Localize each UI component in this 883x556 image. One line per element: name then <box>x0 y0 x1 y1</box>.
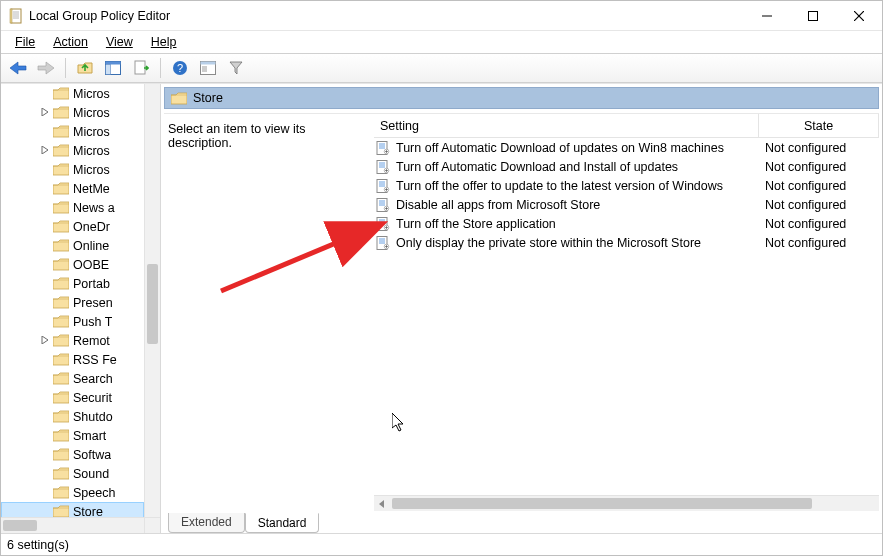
toolbar-separator <box>160 58 161 78</box>
settings-row[interactable]: Only display the private store within th… <box>374 233 879 252</box>
tree-item[interactable]: Remot <box>1 331 144 350</box>
tab-standard[interactable]: Standard <box>245 513 320 533</box>
settings-row[interactable]: Turn off the Store applicationNot config… <box>374 214 879 233</box>
tree-item[interactable]: Portab <box>1 274 144 293</box>
tree-item-label: Presen <box>73 296 113 310</box>
tab-extended[interactable]: Extended <box>168 513 245 533</box>
tree-item[interactable]: Online <box>1 236 144 255</box>
tree-item[interactable]: Presen <box>1 293 144 312</box>
tree-item[interactable]: Push T <box>1 312 144 331</box>
tree-item[interactable]: OneDr <box>1 217 144 236</box>
column-header-setting[interactable]: Setting <box>374 114 759 137</box>
policy-icon <box>376 160 390 174</box>
tree-item[interactable]: Store <box>1 502 144 517</box>
list-horizontal-scroll-thumb[interactable] <box>392 498 812 509</box>
tree-item[interactable]: Micros <box>1 160 144 179</box>
setting-name: Turn off Automatic Download of updates o… <box>396 141 724 155</box>
tree-item-label: Micros <box>73 87 110 101</box>
tree-item[interactable]: RSS Fe <box>1 350 144 369</box>
column-header-state-label: State <box>804 119 833 133</box>
folder-icon <box>53 258 69 271</box>
setting-cell: Turn off the offer to update to the late… <box>374 179 759 193</box>
maximize-button[interactable] <box>790 1 836 30</box>
tree-item[interactable]: Micros <box>1 103 144 122</box>
menu-view[interactable]: View <box>98 34 141 50</box>
tree-item[interactable]: NetMe <box>1 179 144 198</box>
tree-horizontal-scroll-thumb[interactable] <box>3 520 37 531</box>
filter-button[interactable] <box>225 57 247 79</box>
settings-row[interactable]: Disable all apps from Microsoft StoreNot… <box>374 195 879 214</box>
menu-action[interactable]: Action <box>45 34 96 50</box>
folder-icon <box>53 144 69 157</box>
tree-item[interactable]: Micros <box>1 84 144 103</box>
tree-item-label: OOBE <box>73 258 109 272</box>
tree-list[interactable]: MicrosMicrosMicrosMicrosMicrosNetMeNews … <box>1 84 144 517</box>
setting-name: Disable all apps from Microsoft Store <box>396 198 600 212</box>
tree-scroll-area: MicrosMicrosMicrosMicrosMicrosNetMeNews … <box>1 84 160 533</box>
tree-item[interactable]: Sound <box>1 464 144 483</box>
setting-cell: Turn off the Store application <box>374 217 759 231</box>
tree-item[interactable]: Softwa <box>1 445 144 464</box>
folder-icon <box>53 315 69 328</box>
column-header-state[interactable]: State <box>759 114 879 137</box>
setting-cell: Only display the private store within th… <box>374 236 759 250</box>
location-header: Store <box>164 87 879 109</box>
menu-file[interactable]: File <box>7 34 43 50</box>
tree-item-label: Online <box>73 239 109 253</box>
tree-item-label: Securit <box>73 391 112 405</box>
help-button[interactable]: ? <box>169 57 191 79</box>
tree-item[interactable]: News a <box>1 198 144 217</box>
status-text: 6 setting(s) <box>7 538 69 552</box>
state-cell: Not configured <box>759 236 879 250</box>
minimize-button[interactable] <box>744 1 790 30</box>
policy-icon <box>376 217 390 231</box>
close-button[interactable] <box>836 1 882 30</box>
tree-item-label: Remot <box>73 334 110 348</box>
state-cell: Not configured <box>759 198 879 212</box>
settings-row[interactable]: Turn off Automatic Download and Install … <box>374 157 879 176</box>
back-button[interactable] <box>7 57 29 79</box>
folder-icon <box>53 334 69 347</box>
toolbar: ? <box>1 53 882 83</box>
tree-horizontal-scrollbar[interactable] <box>1 517 144 533</box>
up-folder-button[interactable] <box>74 57 96 79</box>
tree-item[interactable]: Smart <box>1 426 144 445</box>
toolbar-separator <box>65 58 66 78</box>
tree-item-label: Sound <box>73 467 109 481</box>
folder-icon <box>53 239 69 252</box>
chevron-right-icon[interactable] <box>39 106 51 118</box>
tree-item[interactable]: Shutdo <box>1 407 144 426</box>
settings-row[interactable]: Turn off the offer to update to the late… <box>374 176 879 195</box>
tree-item-label: News a <box>73 201 115 215</box>
folder-icon <box>53 410 69 423</box>
tree-item[interactable]: OOBE <box>1 255 144 274</box>
setting-state: Not configured <box>765 198 846 212</box>
tree-item[interactable]: Micros <box>1 122 144 141</box>
tree-vertical-scrollbar[interactable] <box>144 84 160 517</box>
tree-vertical-scroll-thumb[interactable] <box>147 264 158 344</box>
forward-button[interactable] <box>35 57 57 79</box>
settings-list[interactable]: Turn off Automatic Download of updates o… <box>374 138 879 495</box>
chevron-right-icon[interactable] <box>39 144 51 156</box>
tab-strip: Extended Standard <box>164 511 879 533</box>
settings-row[interactable]: Turn off Automatic Download of updates o… <box>374 138 879 157</box>
tree-item-label: Softwa <box>73 448 111 462</box>
show-hide-tree-button[interactable] <box>102 57 124 79</box>
menu-help[interactable]: Help <box>143 34 185 50</box>
export-list-button[interactable] <box>130 57 152 79</box>
menubar: File Action View Help <box>1 31 882 53</box>
settings-column: Setting State Turn off Automatic Downloa… <box>374 114 879 511</box>
tree-item-label: Micros <box>73 125 110 139</box>
content-area: Select an item to view its description. … <box>164 113 879 511</box>
list-horizontal-scrollbar[interactable] <box>374 495 879 511</box>
tree-item[interactable]: Securit <box>1 388 144 407</box>
tree-item[interactable]: Speech <box>1 483 144 502</box>
scroll-left-arrow[interactable] <box>374 496 390 511</box>
tree-item[interactable]: Micros <box>1 141 144 160</box>
tree-item[interactable]: Search <box>1 369 144 388</box>
chevron-right-icon[interactable] <box>39 334 51 346</box>
properties-button[interactable] <box>197 57 219 79</box>
tree-item-label: Search <box>73 372 113 386</box>
folder-icon <box>53 353 69 366</box>
menu-help-label: Help <box>151 35 177 49</box>
